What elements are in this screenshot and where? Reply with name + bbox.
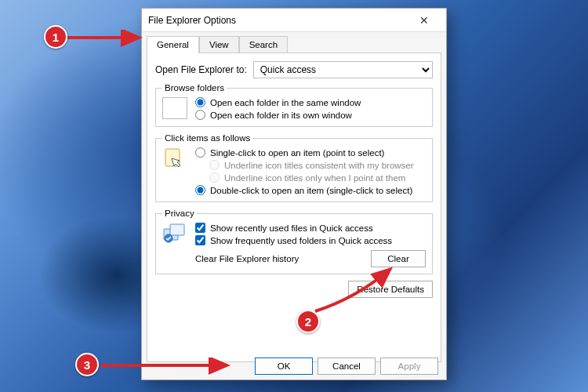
radio-underline-browser-input [209,160,220,170]
privacy-icon [162,223,187,245]
radio-underline-browser-label: Underline icon titles consistent with my… [224,161,414,170]
click-items-legend: Click items as follows [162,133,252,143]
check-recent-files[interactable]: Show recently used files in Quick access [195,223,426,233]
file-explorer-options-dialog: File Explorer Options ✕ General View Sea… [141,8,447,380]
clear-history-label: Clear File Explorer history [195,254,299,263]
radio-double-click-label: Double-click to open an item (single-cli… [210,186,412,195]
tab-strip: General View Search [142,32,446,53]
close-button[interactable]: ✕ [408,9,440,31]
annotation-badge-2: 2 [296,310,320,333]
check-frequent-folders-input[interactable] [195,235,205,245]
open-explorer-label: Open File Explorer to: [155,64,247,75]
radio-underline-browser: Underline icon titles consistent with my… [209,160,426,170]
close-icon: ✕ [419,14,429,27]
apply-button[interactable]: Apply [380,358,438,375]
browse-folders-icon [162,97,187,119]
radio-single-click[interactable]: Single-click to open an item (point to s… [195,147,426,158]
browse-folders-group: Browse folders Open each folder in the s… [155,83,433,127]
restore-row: Restore Defaults [155,281,433,298]
radio-underline-point: Underline icon titles only when I point … [209,172,426,183]
cancel-button[interactable]: Cancel [318,358,376,375]
tab-panel-general: Open File Explorer to: Quick access Brow… [147,53,441,362]
annotation-badge-3: 3 [75,353,99,376]
radio-single-click-label: Single-click to open an item (point to s… [210,148,384,158]
radio-underline-point-label: Underline icon titles only when I point … [224,173,405,183]
radio-double-click[interactable]: Double-click to open an item (single-cli… [195,185,426,195]
radio-same-window-input[interactable] [195,97,205,107]
titlebar: File Explorer Options ✕ [142,9,446,32]
click-items-icon [162,147,187,172]
tab-general[interactable]: General [147,36,199,53]
privacy-legend: Privacy [162,209,197,218]
browse-folders-legend: Browse folders [162,83,227,93]
window-title: File Explorer Options [148,15,408,26]
tab-view[interactable]: View [199,36,239,53]
radio-underline-point-input [209,172,220,183]
radio-same-window-label: Open each folder in the same window [210,98,361,107]
svg-rect-2 [170,224,184,235]
check-recent-files-label: Show recently used files in Quick access [210,223,373,233]
privacy-group: Privacy Show recently used files in Quic… [155,209,433,274]
tab-search[interactable]: Search [239,36,288,53]
clear-button[interactable]: Clear [371,250,426,267]
radio-same-window[interactable]: Open each folder in the same window [195,97,426,107]
check-frequent-folders[interactable]: Show frequently used folders in Quick ac… [195,235,426,245]
clear-history-row: Clear File Explorer history Clear [195,250,426,267]
radio-own-window[interactable]: Open each folder in its own window [195,110,426,120]
open-explorer-select[interactable]: Quick access [253,61,433,78]
check-recent-files-input[interactable] [195,223,205,233]
radio-own-window-input[interactable] [195,110,205,120]
radio-own-window-label: Open each folder in its own window [210,111,352,120]
radio-single-click-input[interactable] [195,147,205,158]
check-frequent-folders-label: Show frequently used folders in Quick ac… [210,236,392,245]
dialog-buttons: OK Cancel Apply [142,358,446,375]
radio-double-click-input[interactable] [195,185,205,195]
restore-defaults-button[interactable]: Restore Defaults [348,281,433,298]
open-explorer-row: Open File Explorer to: Quick access [155,61,433,78]
click-items-group: Click items as follows Single-click to o… [155,133,433,202]
annotation-badge-1: 1 [44,25,67,49]
ok-button[interactable]: OK [255,358,313,375]
